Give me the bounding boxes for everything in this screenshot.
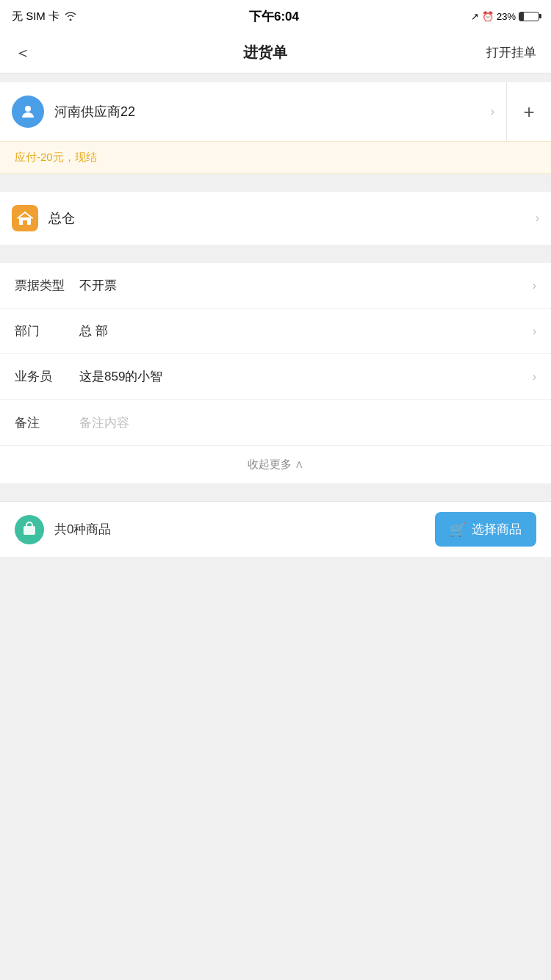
department-value: 总 部 <box>73 323 527 339</box>
page-title: 进货单 <box>243 43 287 62</box>
supplier-name: 河南供应商22 <box>54 103 485 120</box>
invoice-type-label: 票据类型 <box>15 277 73 294</box>
salesperson-row[interactable]: 业务员 这是859的小智 › <box>0 354 551 400</box>
status-time: 下午6:04 <box>249 8 299 25</box>
form-section: 票据类型 不开票 › 部门 总 部 › 业务员 这是859的小智 › 备注 备注… <box>0 263 551 445</box>
battery-pct: 23% <box>497 11 516 22</box>
remark-label: 备注 <box>15 414 73 431</box>
supplier-chevron-icon: › <box>491 105 494 118</box>
select-btn-label: 选择商品 <box>472 521 522 538</box>
nav-bar: ＜ 进货单 打开挂单 <box>0 32 551 73</box>
svg-rect-3 <box>24 526 35 535</box>
status-bar: 无 SIM 卡 下午6:04 ↗ ⏰ 23% <box>0 0 551 32</box>
gap-4 <box>0 483 551 492</box>
department-row[interactable]: 部门 总 部 › <box>0 309 551 354</box>
collapse-label: 收起更多 ∧ <box>248 458 303 472</box>
warehouse-selector[interactable]: 总仓 › <box>0 192 551 245</box>
supplier-section: 河南供应商22 › + <box>0 82 551 141</box>
cart-icon: 🛒 <box>450 522 466 538</box>
warehouse-chevron-icon: › <box>536 212 539 225</box>
wifi-icon <box>64 10 77 23</box>
notice-text: 应付-20元，现结 <box>15 151 97 163</box>
product-count: 共0种商品 <box>54 521 435 538</box>
status-left: 无 SIM 卡 <box>12 10 77 24</box>
invoice-type-row[interactable]: 票据类型 不开票 › <box>0 263 551 309</box>
invoice-type-value: 不开票 <box>73 277 527 294</box>
collapse-button[interactable]: 收起更多 ∧ <box>0 445 551 483</box>
supplier-selector[interactable]: 河南供应商22 › <box>0 82 507 141</box>
salesperson-value: 这是859的小智 <box>73 368 527 385</box>
department-label: 部门 <box>15 323 73 339</box>
warehouse-icon <box>12 205 38 231</box>
warehouse-name: 总仓 <box>48 209 530 227</box>
empty-content-area <box>0 557 551 777</box>
alarm-icon: ⏰ <box>482 11 494 22</box>
svg-rect-2 <box>23 220 27 225</box>
battery-icon <box>519 12 539 21</box>
status-right: ↗ ⏰ 23% <box>471 11 539 22</box>
salesperson-label: 业务员 <box>15 368 73 385</box>
salesperson-chevron-icon: › <box>533 370 536 383</box>
remark-input[interactable]: 备注内容 <box>73 414 536 431</box>
product-icon <box>15 515 44 544</box>
add-supplier-button[interactable]: + <box>507 86 551 137</box>
gap-2 <box>0 174 551 183</box>
gap-3 <box>0 245 551 254</box>
gap-1 <box>0 73 551 82</box>
supplier-avatar <box>12 96 44 128</box>
open-pending-button[interactable]: 打开挂单 <box>486 44 536 61</box>
bottom-bar: 共0种商品 🛒 选择商品 <box>0 501 551 557</box>
invoice-type-chevron-icon: › <box>533 279 536 292</box>
back-button[interactable]: ＜ <box>15 42 44 64</box>
svg-point-0 <box>25 106 31 112</box>
department-chevron-icon: › <box>533 325 536 338</box>
select-product-button[interactable]: 🛒 选择商品 <box>435 512 536 547</box>
carrier-label: 无 SIM 卡 <box>12 10 60 24</box>
notice-banner: 应付-20元，现结 <box>0 141 551 174</box>
location-icon: ↗ <box>471 11 479 22</box>
remark-row[interactable]: 备注 备注内容 <box>0 400 551 445</box>
